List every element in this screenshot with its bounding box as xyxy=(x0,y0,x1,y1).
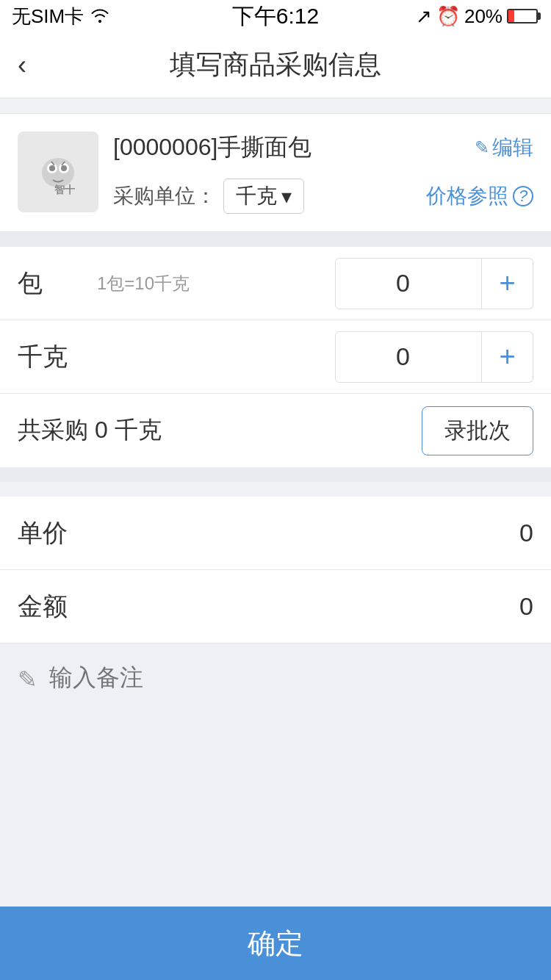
unit-price-row: 单价 0 xyxy=(0,497,551,570)
edit-icon: ✎ xyxy=(475,137,489,158)
section-divider-1 xyxy=(0,232,551,247)
unit-price-label: 单价 xyxy=(18,516,68,550)
product-header: [0000006]手撕面包 ✎ 编辑 xyxy=(113,131,533,164)
status-right: ↗ ⏰ 20% xyxy=(416,5,539,28)
summary-unit-label: 千克 xyxy=(115,417,162,443)
status-left: 无SIM卡 xyxy=(12,4,110,29)
remark-section: ✎ xyxy=(0,644,551,790)
summary-text: 共采购 0 千克 xyxy=(18,414,162,447)
price-reference-label: 价格参照 xyxy=(426,182,508,210)
battery-icon xyxy=(507,9,539,24)
kg-plus-button[interactable]: + xyxy=(482,331,533,383)
wifi-icon xyxy=(90,5,110,28)
unit-selector[interactable]: 千克 ▾ xyxy=(223,179,304,214)
kg-input-row: 千克 + xyxy=(0,320,551,394)
kg-number-input[interactable] xyxy=(335,331,482,383)
confirm-button-label: 确定 xyxy=(248,925,303,962)
amount-value: 0 xyxy=(519,592,533,621)
unit-price-value: 0 xyxy=(519,519,533,547)
product-name: [0000006]手撕面包 xyxy=(113,131,311,164)
amount-row: 金额 0 xyxy=(0,570,551,644)
batch-button[interactable]: 录批次 xyxy=(422,406,533,455)
product-meta: 采购单位： 千克 ▾ 价格参照 ? xyxy=(113,179,533,214)
bag-input-control: + xyxy=(335,258,533,309)
section-divider-2 xyxy=(0,467,551,482)
kg-label: 千克 xyxy=(18,340,91,374)
remark-input[interactable] xyxy=(49,664,533,691)
purchase-unit-label: 采购单位： xyxy=(113,182,216,210)
svg-point-3 xyxy=(49,165,55,171)
nav-bar: ‹ 填写商品采购信息 xyxy=(0,32,551,98)
status-time: 下午6:12 xyxy=(232,1,319,32)
kg-input-control: + xyxy=(335,331,533,383)
bag-number-input[interactable] xyxy=(335,258,482,309)
price-reference-icon: ? xyxy=(513,186,533,206)
status-bar: 无SIM卡 下午6:12 ↗ ⏰ 20% xyxy=(0,0,551,32)
bag-sublabel: 1包=10千克 xyxy=(97,272,335,295)
dropdown-icon: ▾ xyxy=(281,184,292,209)
svg-point-4 xyxy=(61,165,67,171)
product-info: [0000006]手撕面包 ✎ 编辑 采购单位： 千克 ▾ 价格参照 ? xyxy=(113,131,533,214)
edit-button[interactable]: ✎ 编辑 xyxy=(475,134,533,162)
alarm-icon: ⏰ xyxy=(436,5,460,28)
price-section: 单价 0 金额 0 xyxy=(0,497,551,644)
bag-plus-button[interactable]: + xyxy=(482,258,533,309)
confirm-button[interactable]: 确定 xyxy=(0,907,551,980)
product-image: 智十 xyxy=(18,131,98,212)
summary-prefix: 共采购 xyxy=(18,417,88,443)
purchase-unit: 采购单位： 千克 ▾ xyxy=(113,179,304,214)
svg-point-0 xyxy=(42,158,74,187)
location-icon: ↗ xyxy=(416,5,432,28)
amount-label: 金额 xyxy=(18,590,68,624)
battery-percentage: 20% xyxy=(464,5,503,28)
back-button[interactable]: ‹ xyxy=(10,43,34,88)
price-reference-button[interactable]: 价格参照 ? xyxy=(426,182,533,210)
bag-label: 包 xyxy=(18,267,91,300)
product-card: 智十 [0000006]手撕面包 ✎ 编辑 采购单位： 千克 ▾ 价格参照 xyxy=(0,113,551,232)
page-title: 填写商品采购信息 xyxy=(170,47,381,83)
pencil-icon: ✎ xyxy=(18,666,37,693)
bag-input-row: 包 1包=10千克 + xyxy=(0,247,551,320)
summary-amount-value: 0 xyxy=(95,417,108,443)
summary-row: 共采购 0 千克 录批次 xyxy=(0,394,551,467)
svg-text:智十: 智十 xyxy=(54,184,76,195)
input-section: 包 1包=10千克 + 千克 + 共采购 0 千克 录批次 xyxy=(0,247,551,467)
carrier-text: 无SIM卡 xyxy=(12,4,84,29)
product-logo: 智十 xyxy=(32,143,84,201)
